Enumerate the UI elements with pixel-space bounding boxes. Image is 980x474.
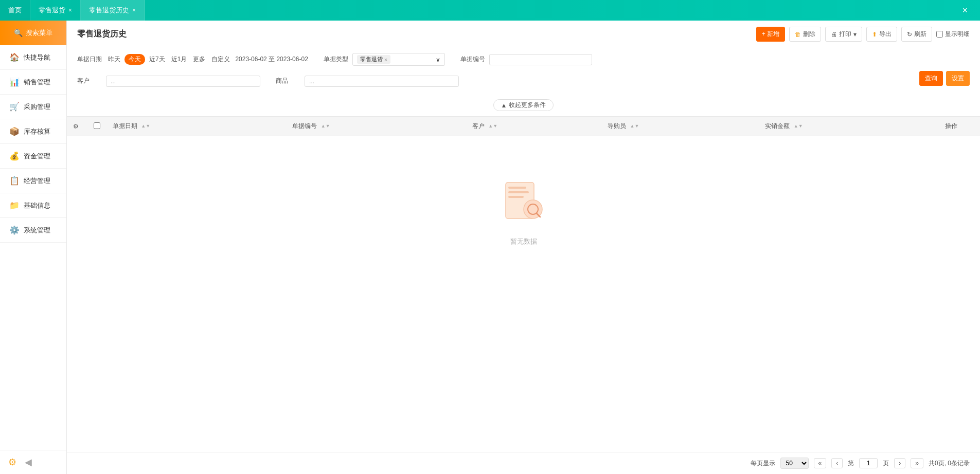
number-input[interactable] — [489, 54, 592, 65]
number-sort-icon[interactable]: ▲▼ — [321, 124, 330, 129]
tab-retail-return-history[interactable]: 零售退货历史 × — [81, 0, 145, 21]
settings-button[interactable]: 设置 — [946, 71, 970, 86]
export-button[interactable]: ⬆ 导出 — [866, 27, 897, 42]
print-button-label: 打印 — [839, 30, 851, 39]
tab-retail-return-history-label: 零售退货历史 — [89, 6, 129, 15]
date-range-display: 2023-06-02 至 2023-06-02 — [235, 55, 308, 64]
svg-rect-3 — [508, 196, 524, 198]
sidebar: 🔍 搜索菜单 🏠 快捷导航 📊 销售管理 🛒 采购管理 📦 库存核算 💰 资金管… — [0, 21, 67, 474]
tab-retail-return-history-close[interactable]: × — [132, 7, 136, 14]
empty-state: 暂无数据 — [67, 136, 980, 287]
first-page-button[interactable]: « — [814, 458, 827, 468]
date-btn-1month[interactable]: 近1月 — [169, 54, 189, 65]
th-customer: 客户 ▲▼ — [466, 117, 601, 136]
window-close-button[interactable]: × — [958, 3, 972, 18]
select-all-checkbox[interactable] — [94, 122, 100, 129]
th-date: 单据日期 ▲▼ — [106, 117, 286, 136]
th-amount: 实销金额 ▲▼ — [759, 117, 939, 136]
sidebar-item-finance[interactable]: 💰 资金管理 — [0, 144, 66, 169]
collapse-bar: ▲ 收起更多条件 — [77, 96, 970, 116]
type-tag-close[interactable]: × — [384, 57, 387, 63]
sidebar-item-quick-nav-label: 快捷导航 — [24, 53, 50, 62]
filter-row-2: 客户 ... 商品 ... 查询 设置 — [77, 71, 970, 91]
customer-sort-icon[interactable]: ▲▼ — [488, 124, 497, 129]
sidebar-item-basic[interactable]: 📁 基础信息 — [0, 193, 66, 218]
empty-text: 暂无数据 — [510, 237, 537, 246]
date-buttons: 昨天 今天 近7天 近1月 更多 自定义 — [106, 54, 232, 65]
date-btn-7days[interactable]: 近7天 — [147, 54, 167, 65]
collapse-label: 收起更多条件 — [509, 101, 546, 110]
th-ops: 操作 — [939, 117, 980, 136]
main-layout: 🔍 搜索菜单 🏠 快捷导航 📊 销售管理 🛒 采购管理 📦 库存核算 💰 资金管… — [0, 21, 980, 474]
table-header-row: ⚙ 单据日期 ▲▼ 单据编号 ▲▼ 客户 — [67, 117, 980, 136]
tab-retail-return-close[interactable]: × — [68, 7, 72, 14]
quick-nav-icon: 🏠 — [9, 52, 20, 62]
display-detail-checkbox[interactable] — [936, 31, 943, 38]
sidebar-item-finance-label: 资金管理 — [24, 152, 50, 161]
empty-cell: 暂无数据 — [67, 136, 980, 288]
sidebar-item-system[interactable]: ⚙️ 系统管理 — [0, 218, 66, 243]
sidebar-item-system-label: 系统管理 — [24, 226, 50, 235]
tab-retail-return[interactable]: 零售退货 × — [30, 0, 81, 21]
filter-area: 单据日期 昨天 今天 近7天 近1月 更多 自定义 2023-06-02 至 2… — [77, 48, 970, 116]
last-page-button[interactable]: » — [911, 458, 923, 468]
date-btn-custom[interactable]: 自定义 — [209, 54, 232, 65]
th-guide-label: 导购员 — [608, 122, 626, 130]
sidebar-item-purchase[interactable]: 🛒 采购管理 — [0, 95, 66, 119]
prev-page-button[interactable]: ‹ — [831, 458, 843, 468]
inventory-icon: 📦 — [9, 126, 20, 136]
top-bar-right: × — [958, 3, 980, 18]
collapse-sidebar-icon[interactable]: ◀ — [25, 457, 32, 468]
amount-sort-icon[interactable]: ▲▼ — [794, 124, 803, 129]
type-select-arrow: ∨ — [436, 56, 440, 63]
page-title: 零售退货历史 — [77, 29, 127, 40]
sidebar-item-inventory[interactable]: 📦 库存核算 — [0, 119, 66, 144]
sidebar-item-operations-label: 经营管理 — [24, 176, 50, 186]
goods-input[interactable]: ... — [305, 76, 459, 87]
date-filter-label: 单据日期 — [77, 55, 103, 64]
per-page-label: 每页显示 — [751, 459, 775, 468]
svg-rect-1 — [508, 187, 526, 189]
sidebar-item-sales[interactable]: 📊 销售管理 — [0, 70, 66, 95]
guide-sort-icon[interactable]: ▲▼ — [630, 124, 639, 129]
sidebar-item-operations[interactable]: 📋 经营管理 — [0, 169, 66, 193]
per-page-select[interactable]: 50 100 200 — [780, 458, 809, 469]
type-select[interactable]: 零售退货 × ∨ — [352, 53, 445, 66]
sidebar-search[interactable]: 🔍 搜索菜单 — [0, 21, 66, 45]
system-icon: ⚙️ — [9, 225, 20, 235]
page-input[interactable] — [859, 458, 878, 468]
th-customer-label: 客户 — [472, 122, 485, 130]
next-page-button[interactable]: › — [894, 458, 905, 468]
th-date-label: 单据日期 — [113, 122, 137, 130]
tab-home[interactable]: 首页 — [0, 0, 30, 21]
date-sort-icon[interactable]: ▲▼ — [141, 124, 150, 129]
th-check — [87, 117, 106, 136]
total-label: 共0页, 0条记录 — [929, 459, 970, 468]
table-container: ⚙ 单据日期 ▲▼ 单据编号 ▲▼ 客户 — [67, 117, 980, 452]
delete-button[interactable]: 🗑 删除 — [789, 27, 821, 42]
th-guide: 导购员 ▲▼ — [601, 117, 759, 136]
delete-button-label: 删除 — [803, 30, 815, 39]
date-btn-today[interactable]: 今天 — [124, 54, 145, 65]
sidebar-item-quick-nav[interactable]: 🏠 快捷导航 — [0, 45, 66, 70]
data-table: ⚙ 单据日期 ▲▼ 单据编号 ▲▼ 客户 — [67, 117, 980, 287]
print-button[interactable]: 🖨 打印 ▾ — [825, 27, 862, 42]
filter-number: 单据编号 — [460, 54, 592, 65]
filter-type: 单据类型 零售退货 × ∨ — [324, 53, 445, 66]
sidebar-item-sales-label: 销售管理 — [24, 78, 50, 87]
collapse-button[interactable]: ▲ 收起更多条件 — [493, 99, 554, 111]
customer-input[interactable]: ... — [106, 76, 260, 87]
display-detail-check[interactable]: 显示明细 — [936, 30, 970, 39]
operations-icon: 📋 — [9, 176, 20, 186]
settings-icon[interactable]: ⚙ — [8, 457, 16, 468]
page-label: 第 — [848, 459, 854, 468]
date-btn-yesterday[interactable]: 昨天 — [106, 54, 122, 65]
refresh-button[interactable]: ↻ 刷新 — [901, 27, 932, 42]
query-button[interactable]: 查询 — [919, 71, 943, 86]
new-button[interactable]: + 新增 — [756, 27, 785, 42]
date-btn-more[interactable]: 更多 — [191, 54, 207, 65]
sidebar-bottom: ⚙ ◀ — [0, 450, 66, 474]
th-gear[interactable]: ⚙ — [67, 117, 87, 136]
filter-row-1: 单据日期 昨天 今天 近7天 近1月 更多 自定义 2023-06-02 至 2… — [77, 53, 970, 66]
tab-retail-return-label: 零售退货 — [39, 6, 65, 15]
